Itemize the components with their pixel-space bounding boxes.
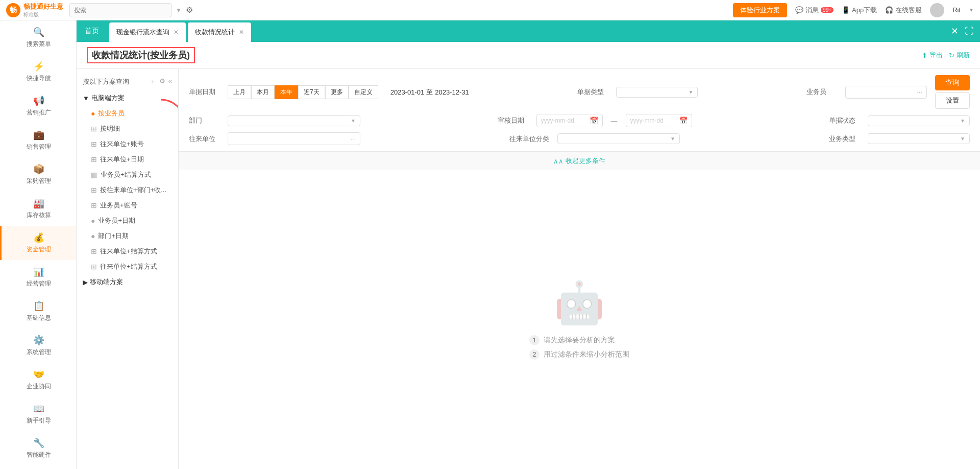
scheme-item-sales-date[interactable]: ● 业务员+日期: [77, 213, 178, 228]
tab-close-all[interactable]: ✕: [951, 26, 959, 37]
refresh-label: 刷新: [957, 51, 970, 60]
tip-num-1: 1: [529, 335, 540, 345]
doc-type-select[interactable]: ▼: [616, 87, 698, 98]
sidebar-item-system[interactable]: ⚙️ 系统管理: [0, 329, 76, 363]
date-btn-7days[interactable]: 近7天: [298, 85, 325, 99]
salesperson-select[interactable]: ···: [845, 86, 927, 99]
scheme-item-sales-settle[interactable]: ▦ 业务员+结算方式: [77, 167, 178, 182]
date-btn-more[interactable]: 更多: [325, 85, 349, 99]
sidebar-item-finance[interactable]: 💰 资金管理: [0, 226, 76, 260]
settings-scheme-icon[interactable]: ⚙: [159, 77, 165, 86]
scheme-item-sales-account[interactable]: ⊞ 业务员+账号: [77, 198, 178, 213]
page-title: 收款情况统计(按业务员): [87, 47, 195, 63]
sidebar-item-collab[interactable]: 🤝 企业协同: [0, 363, 76, 397]
user-dropdown-arrow[interactable]: ▼: [969, 7, 974, 13]
scheme-label-1: 按业务员: [98, 109, 125, 118]
btn-group-right: 查询 设置: [935, 75, 970, 109]
refresh-button[interactable]: ↻ 刷新: [949, 51, 970, 60]
dept-select[interactable]: ▼: [228, 115, 360, 126]
scheme-item-dept-date[interactable]: ● 部门+日期: [77, 228, 178, 244]
tip-num-2: 2: [529, 349, 540, 360]
tab-cashflow-label: 现金银行流水查询: [116, 28, 169, 37]
trial-button[interactable]: 体验行业方案: [733, 3, 787, 17]
tab-cashflow[interactable]: 现金银行流水查询 ✕: [109, 22, 186, 42]
scheme-label-8: 业务员+日期: [98, 216, 135, 225]
counterpart-cat-label: 往来单位分类: [509, 134, 549, 144]
calendar-icon-1: 📅: [590, 116, 598, 125]
tab-cashflow-close[interactable]: ✕: [174, 29, 179, 36]
tab-home[interactable]: 首页: [77, 20, 107, 42]
messages-action[interactable]: 💬 消息 99+: [795, 6, 834, 15]
counterpart-dots[interactable]: ···: [350, 135, 356, 143]
main-layout: 🔍 搜索菜单 ⚡ 快捷导航 📢 营销推广 💼 销售管理 📦 采购管理 🏭 库存核…: [0, 20, 980, 469]
doc-status-select[interactable]: ▼: [868, 115, 970, 126]
date-label: 单据日期: [189, 87, 219, 97]
query-button[interactable]: 查询: [935, 75, 970, 90]
collapse-icon: ∧∧: [553, 157, 564, 165]
scheme-icon-10: ⊞: [91, 247, 97, 255]
date-btn-this-month[interactable]: 本月: [251, 85, 275, 99]
tip-text-1: 请先选择要分析的方案: [544, 336, 615, 345]
collapse-panel-icon[interactable]: «: [168, 77, 172, 86]
sidebar-item-sales[interactable]: 💼 销售管理: [0, 123, 76, 157]
sidebar-item-guide[interactable]: 📖 新手引导: [0, 397, 76, 431]
counterpart-select[interactable]: ···: [228, 132, 360, 145]
scheme-item-salesperson[interactable]: ● 按业务员: [77, 106, 178, 121]
guide-icon: 📖: [33, 403, 44, 414]
scheme-item-unit-date[interactable]: ⊞ 往来单位+日期: [77, 152, 178, 167]
sidebar-item-operations[interactable]: 📊 经营管理: [0, 260, 76, 294]
mobile-group-label: 移动端方案: [90, 277, 123, 287]
user-avatar[interactable]: [930, 3, 944, 17]
scheme-item-unit-settle1[interactable]: ⊞ 往来单位+结算方式: [77, 244, 178, 259]
date-btn-last-month[interactable]: 上月: [228, 85, 251, 99]
date-btn-this-year[interactable]: 本年: [275, 85, 298, 99]
date-btn-custom[interactable]: 自定义: [349, 85, 378, 99]
scheme-item-detail[interactable]: ⊞ 按明细: [77, 121, 178, 136]
scheme-item-unit-dept[interactable]: ⊞ 按往来单位+部门+收...: [77, 182, 178, 198]
tab-collection[interactable]: 收款情况统计 ✕: [188, 22, 251, 42]
sidebar-item-hardware[interactable]: 🔧 智能硬件: [0, 431, 76, 465]
dropdown-arrow[interactable]: ▼: [176, 7, 182, 14]
system-icon: ⚙️: [33, 335, 44, 346]
filter-row-1: 单据日期 上月 本月 本年 近7天 更多 自定义 2023-01-01: [189, 75, 970, 109]
scheme-icon-3: ⊞: [91, 140, 97, 148]
review-date-from[interactable]: yyyy-mm-dd 📅: [536, 114, 603, 127]
app-download-action[interactable]: 📱 App下载: [842, 6, 877, 15]
settings-icon[interactable]: ⚙: [186, 5, 193, 15]
review-date-separator: —: [611, 117, 618, 125]
tab-collection-label: 收款情况统计: [195, 28, 235, 37]
sidebar-item-wechat[interactable]: 💬 企业微信: [0, 465, 76, 469]
scheme-label-10: 往来单位+结算方式: [100, 247, 157, 256]
sidebar-item-inventory[interactable]: 🏭 库存核算: [0, 192, 76, 226]
scheme-icon-4: ⊞: [91, 155, 97, 163]
mobile-group-title[interactable]: ▶ 移动端方案: [77, 274, 178, 290]
add-scheme-icon[interactable]: ＋: [150, 77, 156, 86]
scheme-item-unit-account[interactable]: ⊞ 往来单位+账号: [77, 136, 178, 152]
desktop-group-title[interactable]: ▼ 电脑端方案: [77, 90, 178, 106]
scheme-item-unit-settle2[interactable]: ⊞ 往来单位+结算方式: [77, 259, 178, 274]
sidebar-item-search[interactable]: 🔍 搜索菜单: [0, 20, 76, 55]
search-input[interactable]: [69, 3, 172, 17]
sidebar-item-marketing[interactable]: 📢 营销推广: [0, 89, 76, 123]
sidebar-item-basic-info[interactable]: 📋 基础信息: [0, 294, 76, 329]
settings-button[interactable]: 设置: [935, 92, 970, 109]
empty-tips: 1 请先选择要分析的方案 2 用过滤条件来缩小分析范围: [529, 335, 629, 360]
page-header: 收款情况统计(按业务员) ⬆ 导出 ↻ 刷新: [77, 42, 980, 69]
tab-expand[interactable]: ⛶: [965, 26, 974, 37]
scheme-label-4: 往来单位+日期: [100, 155, 144, 164]
online-service-action[interactable]: 🎧 在线客服: [885, 6, 922, 15]
sidebar-item-purchase[interactable]: 📦 采购管理: [0, 157, 76, 192]
business-type-select[interactable]: ▼: [868, 133, 970, 144]
tab-collection-close[interactable]: ✕: [239, 29, 244, 36]
search-icon: 🔍: [33, 27, 44, 38]
sidebar-item-quick-nav[interactable]: ⚡ 快捷导航: [0, 55, 76, 89]
tab-bar-right: ✕ ⛶: [951, 26, 980, 37]
counterpart-label: 往来单位: [189, 134, 219, 144]
salesperson-dots[interactable]: ···: [917, 88, 922, 96]
sidebar-label-guide: 新手引导: [27, 416, 51, 425]
review-date-to[interactable]: yyyy-mm-dd 📅: [626, 114, 692, 127]
collapse-bar[interactable]: ∧∧ 收起更多条件: [179, 152, 980, 170]
scheme-label-6: 按往来单位+部门+收...: [100, 185, 166, 195]
counterpart-cat-select[interactable]: ▼: [557, 133, 680, 144]
export-button[interactable]: ⬆ 导出: [922, 51, 943, 60]
